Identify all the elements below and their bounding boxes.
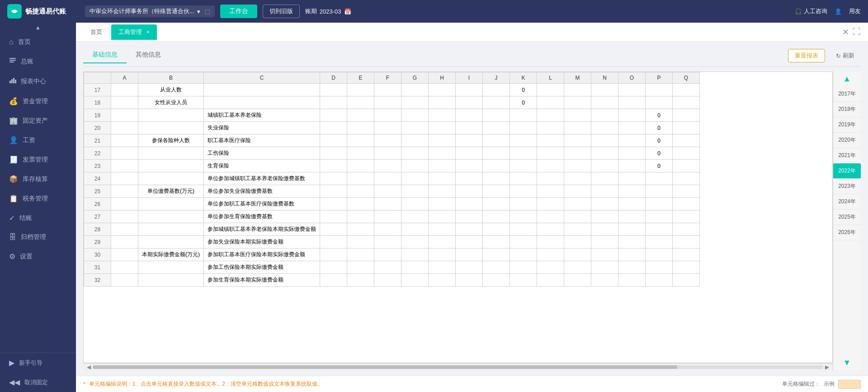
sidebar-item-payroll[interactable]: 👤 工资 xyxy=(0,130,76,150)
col-j-cell[interactable] xyxy=(483,122,510,134)
col-e-cell[interactable] xyxy=(347,109,374,122)
col-g-cell[interactable] xyxy=(401,249,429,261)
col-m-cell[interactable] xyxy=(564,274,591,287)
year-item[interactable]: 2020年 xyxy=(833,133,861,148)
col-q-cell[interactable] xyxy=(673,172,700,185)
col-i-cell[interactable] xyxy=(456,261,483,274)
col-c-cell[interactable]: 参加职工基本医疗保险本期实际缴费金额 xyxy=(204,249,320,261)
col-h-cell[interactable] xyxy=(429,96,456,109)
col-f-cell[interactable] xyxy=(374,249,401,261)
col-o-cell[interactable] xyxy=(618,84,646,96)
col-m-cell[interactable] xyxy=(564,134,591,147)
col-f-cell[interactable] xyxy=(374,274,401,287)
col-l-cell[interactable] xyxy=(537,134,564,147)
col-c-cell[interactable]: 单位参加生育保险缴费基数 xyxy=(204,210,320,223)
col-p-cell[interactable]: 0 xyxy=(646,160,673,172)
col-c-cell[interactable]: 参加工伤保险本期实际缴费金额 xyxy=(204,261,320,274)
col-a-cell[interactable] xyxy=(111,249,138,261)
col-d-cell[interactable] xyxy=(320,210,347,223)
col-o-cell[interactable] xyxy=(618,198,646,210)
year-item[interactable]: 2024年 xyxy=(833,194,861,210)
col-a-cell[interactable] xyxy=(111,274,138,287)
col-f-cell[interactable] xyxy=(374,210,401,223)
col-p-cell[interactable] xyxy=(646,172,673,185)
col-a-cell[interactable] xyxy=(111,84,138,96)
col-j-cell[interactable] xyxy=(483,198,510,210)
col-d-cell[interactable] xyxy=(320,134,347,147)
horizontal-scrollbar[interactable]: ◀ ▶ xyxy=(83,363,833,370)
col-p-cell[interactable] xyxy=(646,96,673,109)
col-m-cell[interactable] xyxy=(564,172,591,185)
col-o-cell[interactable] xyxy=(618,147,646,160)
scroll-thumb[interactable] xyxy=(93,365,677,369)
col-e-cell[interactable] xyxy=(347,160,374,172)
sub-tab-basic[interactable]: 基础信息 xyxy=(83,47,127,63)
col-j-cell[interactable] xyxy=(483,223,510,236)
col-o-cell[interactable] xyxy=(618,122,646,134)
col-m-cell[interactable] xyxy=(564,96,591,109)
col-g-cell[interactable] xyxy=(401,185,429,198)
col-i-cell[interactable] xyxy=(456,160,483,172)
col-l-cell[interactable] xyxy=(537,210,564,223)
col-d-cell[interactable] xyxy=(320,172,347,185)
col-e-cell[interactable] xyxy=(347,249,374,261)
sidebar-item-unpin[interactable]: ◀◀ 取消固定 xyxy=(0,373,76,392)
year-scroll-up[interactable]: ▲ xyxy=(833,72,861,86)
sidebar-item-close[interactable]: ✓ 结账 xyxy=(0,208,76,228)
col-n-cell[interactable] xyxy=(591,236,618,249)
col-p-cell[interactable] xyxy=(646,261,673,274)
col-i-cell[interactable] xyxy=(456,274,483,287)
col-b-cell[interactable] xyxy=(138,198,204,210)
col-l-cell[interactable] xyxy=(537,223,564,236)
col-g-cell[interactable] xyxy=(401,84,429,96)
col-q-cell[interactable] xyxy=(673,84,700,96)
col-p-cell[interactable] xyxy=(646,84,673,96)
col-f-cell[interactable] xyxy=(374,84,401,96)
col-m-cell[interactable] xyxy=(564,249,591,261)
col-p-cell[interactable] xyxy=(646,236,673,249)
col-q-cell[interactable] xyxy=(673,210,700,223)
col-n-cell[interactable] xyxy=(591,122,618,134)
col-q-cell[interactable] xyxy=(673,261,700,274)
col-k-cell[interactable] xyxy=(510,147,537,160)
sidebar-item-invoice[interactable]: 🧾 发票管理 xyxy=(0,150,76,169)
col-b-cell[interactable] xyxy=(138,261,204,274)
col-f-cell[interactable] xyxy=(374,223,401,236)
col-e-cell[interactable] xyxy=(347,210,374,223)
col-d-cell[interactable] xyxy=(320,236,347,249)
col-h-cell[interactable] xyxy=(429,210,456,223)
col-l-cell[interactable] xyxy=(537,274,564,287)
col-e-cell[interactable] xyxy=(347,274,374,287)
col-n-cell[interactable] xyxy=(591,210,618,223)
col-k-cell[interactable] xyxy=(510,210,537,223)
col-i-cell[interactable] xyxy=(456,122,483,134)
col-a-cell[interactable] xyxy=(111,223,138,236)
col-e-cell[interactable] xyxy=(347,261,374,274)
col-n-cell[interactable] xyxy=(591,274,618,287)
col-l-cell[interactable] xyxy=(537,172,564,185)
col-b-cell[interactable]: 本期实际缴费金额(万元) xyxy=(138,249,204,261)
col-q-cell[interactable] xyxy=(673,223,700,236)
col-o-cell[interactable] xyxy=(618,274,646,287)
col-i-cell[interactable] xyxy=(456,249,483,261)
col-m-cell[interactable] xyxy=(564,261,591,274)
col-k-cell[interactable] xyxy=(510,160,537,172)
col-l-cell[interactable] xyxy=(537,198,564,210)
switch-version-button[interactable]: 切到旧版 xyxy=(263,5,300,18)
col-i-cell[interactable] xyxy=(456,236,483,249)
col-g-cell[interactable] xyxy=(401,210,429,223)
col-f-cell[interactable] xyxy=(374,122,401,134)
workbench-button[interactable]: 工作台 xyxy=(220,5,257,18)
col-l-cell[interactable] xyxy=(537,261,564,274)
year-item[interactable]: 2025年 xyxy=(833,210,861,225)
col-g-cell[interactable] xyxy=(401,109,429,122)
window-maximize-icon[interactable]: ⛶ xyxy=(853,27,861,37)
col-p-cell[interactable]: 0 xyxy=(646,134,673,147)
col-b-cell[interactable] xyxy=(138,210,204,223)
col-i-cell[interactable] xyxy=(456,185,483,198)
col-h-cell[interactable] xyxy=(429,160,456,172)
col-b-cell[interactable]: 单位缴费基数(万元) xyxy=(138,185,204,198)
col-p-cell[interactable] xyxy=(646,210,673,223)
year-item[interactable]: 2017年 xyxy=(833,86,861,102)
col-m-cell[interactable] xyxy=(564,236,591,249)
